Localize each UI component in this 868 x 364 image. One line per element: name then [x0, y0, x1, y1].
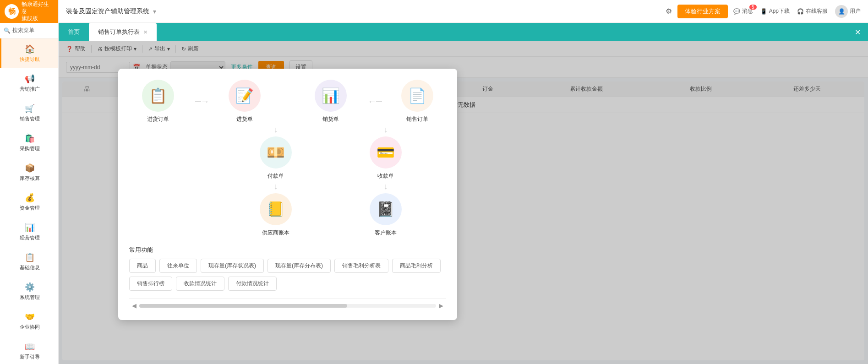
inventory-icon: 📦 [25, 163, 35, 173]
sidebar-item-system[interactable]: ⚙️ 系统管理 [0, 277, 58, 306]
app-download-action[interactable]: 📱 App下载 [760, 7, 790, 15]
receipt-circle: 💳 [370, 136, 402, 168]
sidebar-nav: 🏠 快捷导航 📢 营销推广 🛒 销售管理 🛍️ 采购管理 📦 库存核算 💰 [0, 38, 58, 364]
purchase-order-circle: 📋 [142, 80, 174, 112]
sales-bill-circle: 📊 [315, 80, 347, 112]
system-icon: ⚙️ [25, 282, 35, 292]
flow-node-receipt[interactable]: 💳 收款单 [349, 136, 422, 180]
purchase-icon: 🛍️ [25, 133, 35, 143]
message-action[interactable]: 💬 消息 5 [733, 7, 753, 15]
arrow-right-1: - - - → [187, 96, 216, 107]
settings-icon[interactable]: ⚙ [666, 7, 672, 16]
sales-icon: 🛒 [25, 103, 35, 114]
sidebar-item-marketing[interactable]: 📢 营销推广 [0, 68, 58, 98]
service-icon: 🎧 [797, 8, 804, 15]
customer-ledger-icon: 📓 [377, 201, 395, 218]
tab-sales-order[interactable]: 销售订单执行表 ✕ [89, 23, 157, 41]
flow-node-payment[interactable]: 💴 付款单 [239, 136, 312, 180]
system-title: 装备及固定资产辅助管理系统 ▾ [66, 7, 660, 16]
tab-home[interactable]: 首页 [59, 23, 89, 41]
home-icon: 🏠 [25, 44, 35, 54]
func-btn-payment-stats[interactable]: 付款情况统计 [228, 277, 277, 291]
scrollbar-track[interactable] [139, 304, 436, 308]
sales-order-circle: 📄 [401, 80, 433, 112]
search-icon: 🔍 [4, 27, 11, 34]
topbar-actions: 💬 消息 5 📱 App下载 🎧 在线客服 👤 用户 [733, 5, 861, 18]
func-btn-sales-profit[interactable]: 销售毛利分析表 [334, 259, 388, 273]
avatar: 👤 [835, 5, 848, 18]
supplier-ledger-circle: 📒 [260, 193, 292, 225]
arrow-down-sales: ↓ [349, 125, 422, 135]
flow-node-sales-bill[interactable]: 📊 销货单 [302, 80, 360, 123]
flow-dialog: 📋 进货订单 - - - → 📝 进货单 [118, 69, 457, 320]
purchase-bill-circle: 📝 [229, 80, 261, 112]
scroll-left-arrow[interactable]: ◀ [129, 302, 139, 309]
sidebar-item-operations[interactable]: 📊 经营管理 [0, 217, 58, 247]
user-action[interactable]: 👤 用户 [835, 5, 861, 18]
arrow-down-purchase: ↓ [239, 125, 312, 135]
arrow-left-1: ← - - - [360, 96, 388, 107]
sidebar-search[interactable]: 🔍 搜索菜单 [0, 23, 58, 38]
func-btn-product[interactable]: 商品 [129, 259, 156, 273]
flow-node-purchase-order[interactable]: 📋 进货订单 [129, 80, 187, 123]
tabbar: 首页 销售订单执行表 ✕ ✕ [59, 23, 868, 41]
customer-ledger-circle: 📓 [370, 193, 402, 225]
common-functions: 常用功能 商品 往来单位 现存量(库存状况表) 现存量(库存分布表) 销售毛利分… [129, 246, 446, 291]
purchase-bill-icon: 📝 [235, 87, 254, 104]
sidebar-item-base-info[interactable]: 📋 基础信息 [0, 247, 58, 277]
sidebar-item-guide[interactable]: 📖 新手引导 [0, 336, 58, 364]
func-btn-product-profit[interactable]: 商品毛利分析 [392, 259, 441, 273]
operations-icon: 📊 [25, 223, 35, 233]
func-btn-receipt-stats[interactable]: 收款情况统计 [176, 277, 224, 291]
page-body: ❓ 帮助 🖨 按模板打印 ▾ ↗ 导出 ▾ ↻ 刷新 [59, 41, 868, 364]
dialog-scrollbar: ◀ ▶ [129, 298, 446, 309]
func-btn-sales-rank[interactable]: 销售排行榜 [129, 277, 172, 291]
logo-text: 畅康通好生意 旗舰版 [22, 1, 54, 22]
sales-order-icon: 📄 [408, 87, 426, 104]
tab-close-icon[interactable]: ✕ [143, 29, 147, 35]
sidebar-item-quick-nav[interactable]: 🏠 快捷导航 [0, 38, 58, 68]
sidebar-logo: 畅 畅康通好生意 旗舰版 [0, 0, 58, 23]
sidebar-item-purchase[interactable]: 🛍️ 采购管理 [0, 128, 58, 158]
topbar: 装备及固定资产辅助管理系统 ▾ ⚙ 体验行业方案 💬 消息 5 📱 App下载 … [59, 0, 868, 23]
sidebar-item-finance[interactable]: 💰 资金管理 [0, 187, 58, 217]
title-dropdown[interactable]: ▾ [153, 8, 156, 15]
purchase-order-icon: 📋 [149, 87, 167, 104]
trial-button[interactable]: 体验行业方案 [677, 5, 728, 18]
payment-circle: 💴 [260, 136, 292, 168]
flow-node-purchase-bill[interactable]: 📝 进货单 [216, 80, 273, 123]
sidebar-item-inventory[interactable]: 📦 库存核算 [0, 158, 58, 187]
arrow-down-payment: ↓ [239, 182, 312, 191]
enterprise-icon: 🤝 [25, 312, 35, 322]
sidebar-item-enterprise[interactable]: 🤝 企业协同 [0, 306, 58, 336]
marketing-icon: 📢 [25, 74, 35, 84]
sidebar: 畅 畅康通好生意 旗舰版 🔍 搜索菜单 🏠 快捷导航 📢 营销推广 🛒 销售管理 [0, 0, 59, 364]
scrollbar-thumb[interactable] [139, 304, 347, 308]
func-buttons: 商品 往来单位 现存量(库存状况表) 现存量(库存分布表) 销售毛利分析表 商品… [129, 259, 446, 291]
sales-bill-icon: 📊 [322, 87, 340, 104]
func-btn-stock-status[interactable]: 现存量(库存状况表) [201, 259, 264, 273]
window-close-icon[interactable]: ✕ [847, 28, 868, 37]
func-btn-stock-dist[interactable]: 现存量(库存分布表) [267, 259, 331, 273]
flow-node-customer-ledger[interactable]: 📓 客户账本 [349, 193, 422, 237]
main-content: 装备及固定资产辅助管理系统 ▾ ⚙ 体验行业方案 💬 消息 5 📱 App下载 … [59, 0, 868, 364]
func-btn-partner[interactable]: 往来单位 [159, 259, 197, 273]
online-service-action[interactable]: 🎧 在线客服 [797, 7, 828, 15]
receipt-icon: 💳 [377, 144, 395, 161]
arrow-down-receipt: ↓ [349, 182, 422, 191]
payment-icon: 💴 [267, 144, 285, 161]
logo-icon: 畅 [5, 4, 19, 19]
finance-icon: 💰 [25, 193, 35, 203]
sidebar-item-sales[interactable]: 🛒 销售管理 [0, 98, 58, 128]
supplier-ledger-icon: 📒 [267, 201, 285, 218]
base-info-icon: 📋 [25, 252, 35, 262]
flow-node-supplier-ledger[interactable]: 📒 供应商账本 [239, 193, 312, 237]
download-icon: 📱 [760, 8, 767, 15]
guide-icon: 📖 [25, 342, 35, 352]
message-icon: 💬 [733, 8, 740, 15]
scroll-right-arrow[interactable]: ▶ [436, 302, 446, 309]
flow-node-sales-order[interactable]: 📄 销售订单 [388, 80, 446, 123]
